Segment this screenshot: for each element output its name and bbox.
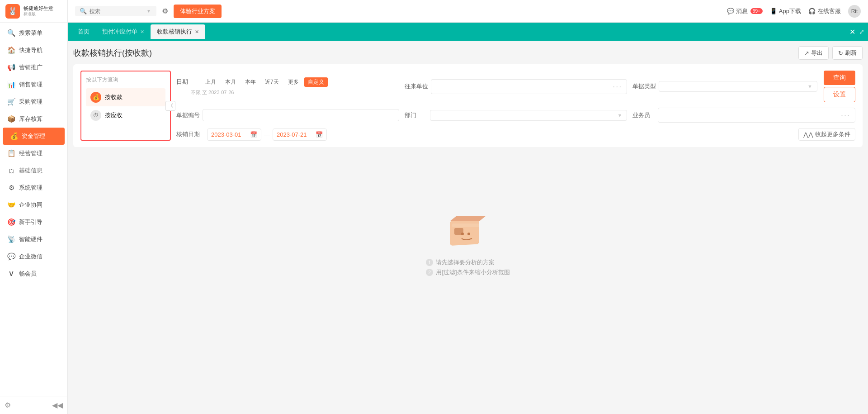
staff-label: 业务员	[632, 111, 655, 119]
filter-option2-label: 按应收	[105, 111, 123, 119]
online-service-label: 在线客服	[817, 7, 841, 15]
doc-no-input[interactable]	[203, 109, 399, 121]
refresh-icon: ↻	[838, 50, 843, 57]
sidebar-item-marketing[interactable]: 📢 营销推广	[0, 59, 67, 76]
phone-icon: 📱	[770, 8, 777, 14]
page-content: 收款核销执行(按收款) ↗ 导出 ↻ 刷新 按以下方查询 💰 按收款	[68, 41, 868, 414]
filter-collapse-button[interactable]: 《	[165, 101, 175, 111]
dept-select[interactable]: ▼	[430, 110, 627, 121]
tab-prepay[interactable]: 预付冲应付单 ✕	[96, 24, 151, 39]
refresh-button[interactable]: ↻ 刷新	[832, 46, 863, 60]
sidebar-item-label: 库存核算	[19, 115, 42, 123]
date-range-separator: —	[264, 131, 270, 138]
sidebar-item-wechat[interactable]: 💬 企业微信	[0, 248, 67, 265]
staff-field: 业务员 ···	[632, 108, 855, 123]
tab-bar: 首页 预付冲应付单 ✕ 收款核销执行 ✕ ✕ ⤢	[68, 23, 868, 41]
sidebar-item-system[interactable]: ⚙ 系统管理	[0, 179, 67, 196]
filter-fields-area: 日期 上月 本月 本年 近7天 更多 自定义 不限 至 2023-0	[176, 71, 855, 141]
basic-icon: 🗂	[7, 167, 15, 175]
empty-steps: 1 请先选择要分析的方案 2 用[过滤]条件来缩小分析范围	[426, 258, 509, 276]
settings-button[interactable]: 设置	[824, 87, 855, 102]
settings-icon[interactable]: ⚙	[5, 401, 11, 409]
collapse-more-button[interactable]: ⋀⋀ 收起更多条件	[798, 128, 855, 141]
verify-start-date[interactable]: 2023-03-01 📅	[207, 128, 261, 141]
verify-end-date[interactable]: 2023-07-21 📅	[273, 128, 327, 141]
receipt-option-icon: 💰	[90, 92, 101, 103]
sidebar-item-label: 智能硬件	[19, 235, 42, 243]
collapse-more-container: ⋀⋀ 收起更多条件	[798, 128, 855, 141]
sidebar-item-finance[interactable]: 💰 资金管理	[3, 128, 65, 145]
service-icon: 🎧	[808, 8, 816, 14]
more-date-btn[interactable]: 更多	[284, 77, 302, 87]
search-input[interactable]	[90, 8, 144, 14]
query-button[interactable]: 查询	[824, 71, 855, 85]
empty-step-1: 1 请先选择要分析的方案	[426, 258, 509, 266]
logo-area: 🐰 畅捷通好生意 标准版	[0, 0, 67, 23]
doc-no-label: 单据编号	[176, 111, 200, 119]
this-month-btn[interactable]: 本月	[222, 77, 240, 87]
collapse-sidebar-icon[interactable]: ◀◀	[52, 401, 63, 409]
empty-state: 1 请先选择要分析的方案 2 用[过滤]条件来缩小分析范围	[73, 152, 863, 333]
svg-point-4	[461, 233, 464, 235]
query-actions: 查询 设置	[824, 71, 855, 102]
sidebar-item-basic[interactable]: 🗂 基础信息	[0, 162, 67, 179]
sidebar-item-collab[interactable]: 🤝 企业协同	[0, 196, 67, 214]
last-month-btn[interactable]: 上月	[202, 77, 220, 87]
refresh-label: 刷新	[845, 49, 857, 57]
message-badge: 99+	[750, 8, 763, 14]
page-title: 收款核销执行(按收款)	[73, 48, 152, 58]
export-icon: ↗	[804, 50, 809, 57]
message-icon: 💬	[727, 8, 734, 14]
close-window-icon[interactable]: ✕	[849, 28, 855, 36]
staff-dots-icon: ···	[841, 110, 850, 120]
partner-input[interactable]: ···	[431, 79, 627, 94]
date-sublabel: 不限 至 2023-07-26	[191, 90, 234, 95]
collab-icon: 🤝	[7, 201, 15, 209]
main-area: 🔍 ▼ ⚙ 体验行业方案 💬 消息 99+ 📱 App下载 🎧 在线客服 Rit	[68, 0, 868, 414]
sidebar-item-hardware[interactable]: 📡 智能硬件	[0, 231, 67, 248]
last-7days-btn[interactable]: 近7天	[261, 77, 283, 87]
dept-label: 部门	[405, 111, 427, 119]
sidebar-item-label: 经营管理	[19, 149, 42, 157]
export-button[interactable]: ↗ 导出	[798, 46, 829, 60]
topbar-search-box[interactable]: 🔍 ▼	[75, 6, 156, 16]
calendar-end-icon: 📅	[316, 131, 323, 138]
business-icon: 📋	[7, 149, 15, 157]
sidebar-item-quicknav[interactable]: 🏠 快捷导航	[0, 42, 67, 59]
tab-home[interactable]: 首页	[71, 24, 96, 39]
sidebar-item-label: 资金管理	[22, 132, 45, 140]
custom-date-btn[interactable]: 自定义	[304, 77, 328, 87]
sidebar-item-inventory[interactable]: 📦 库存核算	[0, 110, 67, 128]
sidebar-item-sales[interactable]: 📊 销售管理	[0, 76, 67, 93]
message-button[interactable]: 💬 消息 99+	[727, 7, 763, 15]
sidebar-item-guide[interactable]: 🎯 新手引导	[0, 214, 67, 231]
page-actions: ↗ 导出 ↻ 刷新	[798, 46, 863, 60]
expand-icon[interactable]: ⤢	[859, 28, 864, 35]
sidebar-item-label: 快捷导航	[19, 46, 42, 54]
app-download-label: App下载	[779, 7, 801, 15]
tab-prepay-close[interactable]: ✕	[140, 29, 144, 35]
doc-type-select[interactable]: ▼	[659, 81, 817, 92]
tab-collect[interactable]: 收款核销执行 ✕	[151, 24, 205, 39]
sidebar-item-purchase[interactable]: 🛒 采购管理	[0, 93, 67, 110]
search-icon: 🔍	[80, 8, 87, 14]
gear-icon[interactable]: ⚙	[162, 7, 168, 15]
solution-button[interactable]: 体验行业方案	[174, 5, 222, 18]
sidebar-item-search[interactable]: 🔍 搜索菜单	[0, 24, 67, 42]
user-avatar[interactable]: Rit	[848, 5, 861, 18]
app-download-button[interactable]: 📱 App下载	[770, 7, 801, 15]
sidebar-item-label: 搜索菜单	[19, 29, 42, 37]
sidebar-nav: 🔍 搜索菜单 🏠 快捷导航 📢 营销推广 📊 销售管理 🛒 采购管理 📦 库存核…	[0, 23, 67, 396]
staff-input[interactable]: ···	[658, 108, 855, 123]
online-service-button[interactable]: 🎧 在线客服	[808, 7, 841, 15]
date-quick-buttons: 上月 本月 本年 近7天 更多 自定义	[202, 77, 328, 87]
filter-option-by-receipt[interactable]: 💰 按收款	[86, 88, 165, 106]
filter-option-by-receivable[interactable]: ⏱ 按应收	[86, 106, 165, 124]
this-year-btn[interactable]: 本年	[241, 77, 259, 87]
tab-collect-close[interactable]: ✕	[195, 29, 199, 35]
sidebar-item-label: 系统管理	[19, 184, 42, 192]
sidebar-item-label: 企业协同	[19, 201, 42, 209]
marketing-icon: 📢	[7, 63, 15, 71]
sidebar-item-business[interactable]: 📋 经营管理	[0, 145, 67, 162]
sidebar-item-member[interactable]: V 畅会员	[0, 265, 67, 282]
